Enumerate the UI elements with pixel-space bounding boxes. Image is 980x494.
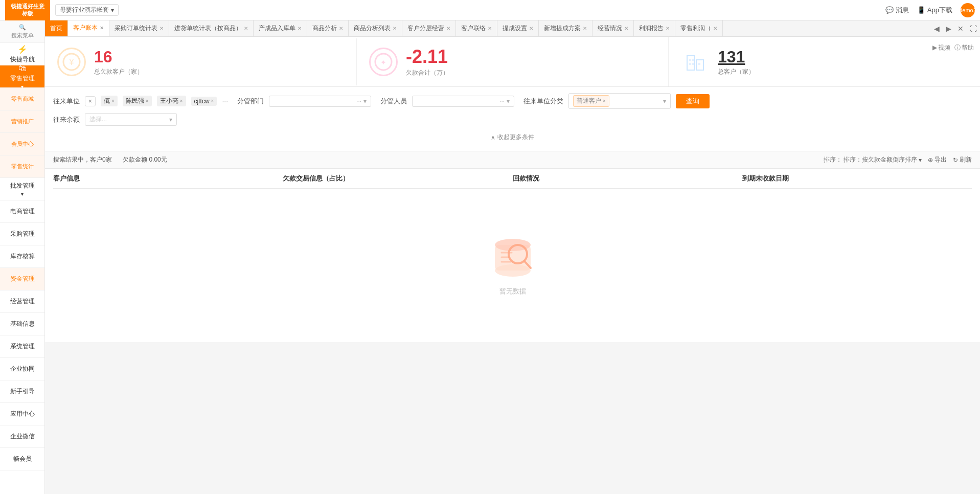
sidebar-item-retail-mgmt[interactable]: 🛍 零售管理 ▾ [0, 65, 44, 88]
nav-next-btn[interactable]: ▶ [943, 20, 954, 37]
sidebar-member-center-label: 会员中心 [11, 140, 34, 148]
tab-profit-report-close[interactable]: ✕ [666, 26, 670, 31]
sidebar-item-inventory[interactable]: 库存核算 [0, 245, 44, 268]
chevron-down-icon-2 [507, 98, 510, 105]
sidebar-item-ecommerce[interactable]: 电商管理 [0, 200, 44, 223]
tab-product-analysis-close[interactable]: ✕ [339, 26, 343, 31]
tab-stock-stats-close[interactable]: ✕ [244, 26, 248, 31]
tab-product-in-close[interactable]: ✕ [298, 26, 302, 31]
filter-person-more[interactable]: ··· [499, 98, 505, 105]
nav-prev-btn[interactable]: ◀ [931, 20, 943, 37]
filter-tag-unit-placeholder[interactable]: × [85, 96, 96, 106]
demo-select[interactable]: 母婴行业演示帐套 ▾ [55, 4, 119, 16]
tab-purchase-order[interactable]: 采购订单统计表 ✕ [109, 20, 169, 37]
tab-operation-status-close[interactable]: ✕ [624, 26, 628, 31]
svg-text:¥: ¥ [69, 58, 74, 66]
tab-retail-profit[interactable]: 零售利润（ ✕ [675, 20, 723, 37]
tab-reminder-settings-close[interactable]: ✕ [529, 26, 533, 31]
sidebar-item-search[interactable]: 🔍 搜索菜单 [0, 20, 44, 43]
nav-expand-btn[interactable]: ⛶ [967, 20, 980, 37]
sidebar-item-operation[interactable]: 经营管理 [0, 290, 44, 313]
tab-reminder-settings[interactable]: 提成设置 ✕ [497, 20, 539, 37]
filter-dept-label: 分管部门 [237, 97, 264, 106]
sidebar-item-finance[interactable]: 资金管理 [0, 268, 44, 290]
refresh-btn[interactable]: ↻ 刷新 [953, 155, 972, 164]
filter-area: 往来单位 × 佤 × 陈民强 × 王小亮 × cjttcw × ··· 分管部门 [45, 87, 980, 151]
tab-retail-profit-close[interactable]: ✕ [713, 26, 717, 31]
sidebar-item-marketing[interactable]: 营销推广 [0, 110, 44, 133]
help-icon: ⓘ [954, 43, 961, 52]
tab-customer-contact[interactable]: 客户联络 ✕ [456, 20, 497, 37]
filter-dept-more[interactable]: ··· [356, 98, 361, 105]
filter-tag-normal-customer-close[interactable]: × [603, 98, 606, 104]
filter-person-select[interactable]: ··· [412, 96, 514, 107]
stat-customers-text: 16 总欠款客户（家） [94, 48, 143, 76]
tab-operation-status[interactable]: 经营情况 ✕ [592, 20, 634, 37]
sidebar-item-retail-stats[interactable]: 零售统计 [0, 155, 44, 178]
filter-row-1: 往来单位 × 佤 × 陈民强 × 王小亮 × cjttcw × ··· 分管部门 [53, 93, 972, 109]
sidebar-item-enterprise-wechat[interactable]: 企业微信 [0, 425, 44, 448]
tab-customer-segment[interactable]: 客户分层经营 ✕ [402, 20, 456, 37]
message-btn[interactable]: 💬 消息 [885, 6, 909, 15]
sidebar-item-quick-nav[interactable]: ⚡ 快捷导航 [0, 43, 44, 65]
sidebar-marketing-label: 营销推广 [11, 118, 34, 125]
tab-accounts-close[interactable]: ✕ [100, 25, 104, 31]
sidebar-batch-mgmt-label: 批发管理 [10, 182, 35, 190]
filter-unit-type-select[interactable]: 普通客户 × [568, 93, 671, 109]
sidebar-item-vip[interactable]: 畅会员 [0, 448, 44, 470]
sidebar-item-retail-mall[interactable]: 零售商城 [0, 88, 44, 110]
top-right: 💬 消息 📱 App下载 demo2 [885, 3, 975, 17]
video-btn[interactable]: ▶ 视频 [932, 43, 950, 52]
filter-tag-cjttcw[interactable]: cjttcw × [191, 97, 217, 106]
collapse-btn[interactable]: ∧ 收起更多条件 [487, 132, 538, 143]
filter-tag-normal-customer[interactable]: 普通客户 × [573, 95, 609, 107]
sidebar-item-member-center[interactable]: 会员中心 [0, 133, 44, 155]
tab-profit-report[interactable]: 利润报告 ✕ [634, 20, 675, 37]
tab-customer-segment-close[interactable]: ✕ [446, 26, 450, 31]
nav-close-all-btn[interactable]: ✕ [954, 20, 967, 37]
tab-accounts[interactable]: 客户账本 ✕ [68, 20, 109, 37]
sidebar-item-batch-mgmt[interactable]: 批发管理 ▾ [0, 178, 44, 200]
filter-person-label: 分管人员 [380, 97, 407, 106]
tab-customer-contact-close[interactable]: ✕ [488, 26, 492, 31]
user-avatar-area[interactable]: demo2 [961, 3, 975, 17]
tab-product-analysis[interactable]: 商品分析 ✕ [307, 20, 349, 37]
chevron-down-icon-3 [663, 98, 666, 105]
filter-dept-select[interactable]: ··· [269, 96, 371, 107]
help-btn[interactable]: ⓘ 帮助 [954, 43, 974, 52]
sidebar-item-purchase[interactable]: 采购管理 [0, 223, 44, 245]
tab-stock-stats[interactable]: 进货单统计表（按商品） ✕ [169, 20, 254, 37]
sidebar-item-app-center[interactable]: 应用中心 [0, 403, 44, 425]
sort-select[interactable]: 排序： 排序：按欠款金额倒序排序 ▾ [824, 155, 922, 164]
svg-rect-8 [689, 63, 691, 65]
sidebar-item-enterprise-coop[interactable]: 企业协同 [0, 358, 44, 380]
filter-tag-wang-close[interactable]: × [180, 98, 183, 104]
filter-tag-cjttcw-close[interactable]: × [211, 98, 214, 104]
tab-product-in[interactable]: 产成品入库单 ✕ [254, 20, 307, 37]
filter-unit-more-dots[interactable]: ··· [222, 97, 228, 105]
export-btn[interactable]: ⊕ 导出 [928, 155, 947, 164]
sidebar-item-new-guide[interactable]: 新手引导 [0, 380, 44, 403]
nav-arrows: ◀ ▶ ✕ ⛶ [931, 20, 980, 37]
stat-total-debt: ✦ -2.11 欠款合计（万） [357, 37, 669, 86]
tab-new-reminder[interactable]: 新增提成方案 ✕ [539, 20, 592, 37]
tab-product-analysis-list-close[interactable]: ✕ [393, 26, 397, 31]
stat-customers-number: 16 [94, 48, 143, 66]
tab-operation-status-label: 经营情况 [598, 24, 622, 33]
filter-tag-wa-close[interactable]: × [111, 98, 115, 104]
sidebar-item-basic-info[interactable]: 基础信息 [0, 313, 44, 335]
tab-home[interactable]: 首页 [45, 20, 68, 37]
sidebar-item-system[interactable]: 系统管理 [0, 335, 44, 358]
filter-tag-wa[interactable]: 佤 × [101, 96, 118, 106]
tab-new-reminder-close[interactable]: ✕ [583, 26, 587, 31]
filter-balance-select[interactable]: 选择... [85, 113, 177, 126]
filter-tag-wang[interactable]: 王小亮 × [157, 96, 186, 106]
filter-tag-chen[interactable]: 陈民强 × [123, 96, 152, 106]
tab-purchase-order-close[interactable]: ✕ [159, 26, 164, 31]
filter-tag-chen-close[interactable]: × [146, 98, 149, 104]
tab-product-analysis-list[interactable]: 商品分析列表 ✕ [349, 20, 402, 37]
app-download-btn[interactable]: 📱 App下载 [917, 6, 952, 15]
tab-product-analysis-label: 商品分析 [312, 24, 337, 33]
logo[interactable]: 畅捷通好生意 标版 [5, 0, 50, 20]
query-button[interactable]: 查询 [676, 94, 710, 108]
